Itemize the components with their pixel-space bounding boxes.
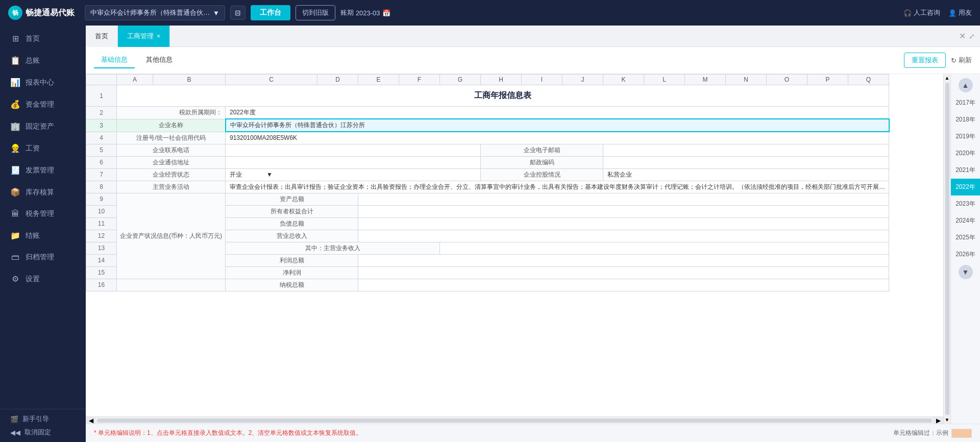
label-main-biz: 主营业务活动 [117,181,226,193]
table-row: 1 工商年报信息表 [86,85,889,107]
year-nav-down-btn[interactable]: ▼ [959,265,973,279]
table-row: 8 主营业务活动 审查企业会计报表；出具审计报告；验证企业资本；出具验资报告；办… [86,181,889,193]
sidebar-icon-7: 📦 [10,187,20,197]
year-item-2021[interactable]: 2021年 [951,162,980,179]
scroll-down-btn[interactable]: ▼ [944,416,951,424]
value-main-revenue[interactable] [440,242,889,254]
col-header-b: B [153,75,226,85]
sidebar-icon-2: 📊 [10,78,20,87]
sidebar-item-unpin[interactable]: ◀◀ 取消固定 [10,428,76,437]
h-scroll-thumb[interactable] [97,419,932,423]
year-item-2022[interactable]: 2022年 [951,179,980,195]
reset-report-button[interactable]: 重置报表 [904,53,946,68]
year-item-2024[interactable]: 2024年 [951,212,980,229]
value-tax-period[interactable]: 2022年度 [226,107,889,119]
sidebar-item-税务管理[interactable]: 🏛税务管理 [0,203,86,225]
tab-business-label: 工商管理 [127,32,154,41]
row-num-10: 10 [86,205,117,217]
value-total-profit[interactable] [358,254,889,266]
sidebar-item-设置[interactable]: ⚙设置 [0,268,86,290]
sidebar-item-固定资产[interactable]: 🏢固定资产 [0,115,86,137]
close-page-icon[interactable]: ✕ [959,31,966,41]
row-num-4: 4 [86,132,117,144]
value-equity[interactable] [358,205,889,217]
calendar-icon[interactable]: 📅 [382,9,390,17]
value-tax-total[interactable] [358,279,889,291]
year-item-2019[interactable]: 2019年 [951,128,980,145]
refresh-label: 刷新 [959,56,972,65]
app-logo: 畅 畅捷通易代账 [8,6,75,20]
sub-tab-other[interactable]: 其他信息 [139,52,180,68]
refresh-button[interactable]: ↻ 刷新 [951,56,972,65]
value-address[interactable] [226,156,481,168]
expand-icon[interactable]: ⤢ [969,32,975,40]
table-row: 2 税款所属期间： 2022年度 [86,107,889,119]
copy-icon-btn[interactable]: ⊟ [230,6,246,20]
value-email[interactable] [603,144,889,156]
scroll-up-btn[interactable]: ▲ [944,74,951,82]
row-num-11: 11 [86,217,117,230]
value-postal[interactable] [603,156,889,168]
label-assets-section: 企业资产状况信息(币种：人民币万元) [117,193,226,279]
tab-business[interactable]: 工商管理 × [118,26,170,47]
switch-version-button[interactable]: 切到旧版 [296,5,335,20]
sidebar-icon-9: 📁 [10,231,20,240]
sidebar-item-总账[interactable]: 📋总账 [0,50,86,71]
sidebar-label-10: 归档管理 [26,253,54,262]
tab-home[interactable]: 首页 [86,26,118,47]
v-scrollbar[interactable]: ▲ ▼ [943,74,950,424]
col-header-f: F [399,75,440,85]
sidebar-item-库存核算[interactable]: 📦库存核算 [0,181,86,203]
year-item-2017[interactable]: 2017年 [951,94,980,111]
scroll-right-btn[interactable]: ▶ [933,417,943,424]
support-btn[interactable]: 🎧 人工咨询 [903,8,940,17]
v-scroll-thumb[interactable] [945,83,949,415]
title-cell[interactable]: 工商年报信息表 [117,85,889,107]
workspace-button[interactable]: 工作台 [251,5,290,20]
h-scrollbar[interactable]: ◀ ▶ [86,416,943,424]
value-biz-status[interactable]: 开业 ▼ [226,168,481,181]
value-total-assets[interactable] [358,193,889,205]
sidebar-item-归档管理[interactable]: 🗃归档管理 [0,247,86,268]
year-item-2018[interactable]: 2018年 [951,111,980,128]
sidebar-item-资金管理[interactable]: 💰资金管理 [0,93,86,115]
year-item-2020[interactable]: 2020年 [951,145,980,162]
year-item-2023[interactable]: 2023年 [951,195,980,212]
sidebar-item-工资[interactable]: 👷工资 [0,137,86,159]
table-row: 5 企业联系电话 企业电子邮箱 [86,144,889,156]
user-label: 用友 [959,8,972,17]
user-btn[interactable]: 👤 用友 [948,8,972,17]
tab-close-icon[interactable]: × [157,33,160,40]
table-row: 4 注册号/统一社会信用代码 91320100MA208E5W6K [86,132,889,144]
scroll-left-btn[interactable]: ◀ [86,417,96,424]
value-main-biz[interactable]: 审查企业会计报表；出具审计报告；验证企业资本；出具验资报告；办理企业合开、分立、… [226,181,889,193]
value-phone[interactable] [226,144,481,156]
year-item-2025[interactable]: 2025年 [951,229,980,246]
row-num-15: 15 [86,266,117,279]
sidebar-item-报表中心[interactable]: 📊报表中心 [0,71,86,93]
value-revenue[interactable] [358,230,889,242]
period-value: 2023-03 [356,9,380,17]
sidebar-item-首页[interactable]: ⊞首页 [0,28,86,50]
sidebar-item-结账[interactable]: 📁结账 [0,225,86,247]
company-selector[interactable]: 中审众环会计师事务所（特殊普通合伙… ▼ [85,5,225,20]
sidebar-item-guide[interactable]: 🎬 新手引导 [10,414,76,424]
sidebar-label-11: 设置 [26,275,40,284]
value-reg-code[interactable]: 91320100MA208E5W6K [226,132,889,144]
value-liabilities[interactable] [358,217,889,230]
value-holding[interactable]: 私营企业 [603,168,889,181]
row-num-7: 7 [86,168,117,181]
sidebar-label-6: 发票管理 [26,166,54,175]
label-holding: 企业控股情况 [481,168,603,181]
label-total-assets: 资产总额 [226,193,358,205]
sub-tab-basic[interactable]: 基础信息 [94,52,135,68]
year-item-2026[interactable]: 2026年 [951,246,980,263]
col-header-q: Q [848,75,889,85]
value-company-name[interactable]: 中审众环会计师事务所（特殊普通合伙）江苏分所 [226,119,889,132]
sidebar-item-发票管理[interactable]: 🧾发票管理 [0,159,86,181]
year-nav-up-btn[interactable]: ▲ [959,78,973,92]
topbar: 畅 畅捷通易代账 中审众环会计师事务所（特殊普通合伙… ▼ ⊟ 工作台 切到旧版… [0,0,980,26]
sheet-table-wrap[interactable]: A B C D E F G H I J [86,74,943,416]
value-net-profit[interactable] [358,266,889,279]
label-tax-period: 税款所属期间： [117,107,226,119]
